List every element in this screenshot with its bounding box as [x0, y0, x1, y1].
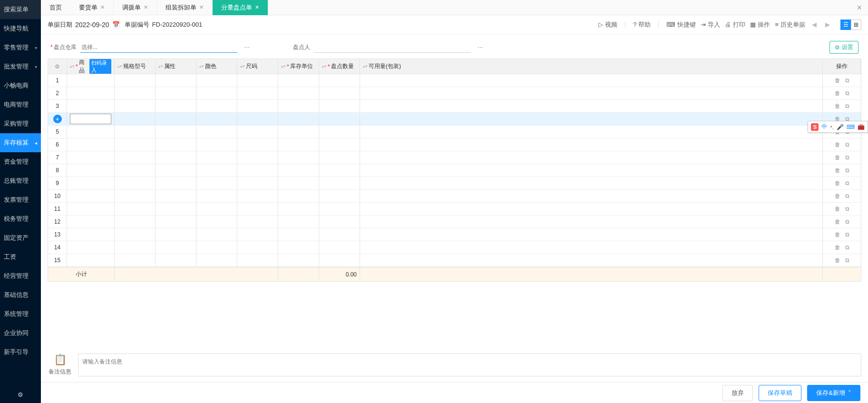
col-avail[interactable]: ▴▾可用量(包装): [360, 59, 823, 74]
col-product[interactable]: ▴▾*商品扫码录入: [67, 59, 115, 74]
table-row[interactable]: 11🗑⧉: [48, 203, 861, 216]
more-icon[interactable]: ⋯: [478, 44, 484, 51]
col-size[interactable]: ▴▾尺码: [237, 59, 278, 74]
col-gear[interactable]: ⚙: [48, 59, 67, 74]
view-list[interactable]: ☰: [840, 20, 851, 30]
table-row[interactable]: 7🗑⧉: [48, 151, 861, 164]
sidebar-item-ledger[interactable]: 总账管理: [0, 171, 41, 190]
add-row-button[interactable]: +: [53, 115, 62, 123]
table-row[interactable]: 6🗑⧉: [48, 138, 861, 151]
sidebar-item-purchase[interactable]: 采购管理: [0, 114, 41, 133]
tab-transfer[interactable]: 调拨单✕: [114, 0, 157, 15]
sidebar-item-system[interactable]: 系统管理: [0, 305, 41, 324]
sidebar-item-basicinfo[interactable]: 基础信息: [0, 285, 41, 305]
sidebar-item-inventory[interactable]: 库存核算◂: [0, 133, 41, 152]
sidebar-item-assets[interactable]: 固定资产: [0, 228, 41, 247]
copy-icon[interactable]: ⧉: [845, 103, 849, 109]
ime-mic-icon[interactable]: 🎤: [837, 124, 844, 130]
close-icon[interactable]: ✕: [144, 4, 148, 10]
person-input[interactable]: [314, 42, 471, 53]
close-icon[interactable]: ✕: [199, 4, 204, 10]
tab-request[interactable]: 要货单✕: [70, 0, 114, 15]
table-row[interactable]: 1🗑⧉: [48, 74, 861, 87]
sidebar-item-quicknav[interactable]: 快捷导航: [0, 19, 41, 38]
sidebar-item-wholesale[interactable]: 批发管理▾: [0, 57, 41, 76]
copy-icon[interactable]: ⧉: [845, 90, 849, 97]
ime-keyboard-icon[interactable]: ⌨: [847, 124, 855, 130]
copy-icon[interactable]: ⧉: [845, 206, 849, 212]
table-row[interactable]: 10🗑⧉: [48, 190, 861, 203]
delete-icon[interactable]: 🗑: [835, 103, 840, 109]
ime-toolbar[interactable]: S 中 •, 🎤 ⌨ 🧰: [808, 121, 868, 133]
copy-icon[interactable]: ⧉: [845, 154, 849, 161]
col-color[interactable]: ▴▾颜色: [196, 59, 237, 74]
sidebar-item-funds[interactable]: 资金管理: [0, 152, 41, 171]
delete-icon[interactable]: 🗑: [835, 90, 840, 97]
table-row[interactable]: +🗑⧉: [48, 113, 861, 126]
delete-icon[interactable]: 🗑: [835, 244, 840, 251]
sidebar-item-invoice[interactable]: 发票管理: [0, 190, 41, 209]
save-new-button[interactable]: 保存&新增˄: [807, 385, 860, 401]
delete-icon[interactable]: 🗑: [835, 218, 840, 225]
delete-icon[interactable]: 🗑: [835, 257, 840, 264]
sidebar-item-search-menu[interactable]: 搜索菜单: [0, 0, 41, 19]
tab-inventory-check[interactable]: 分量盘点单✕: [213, 0, 268, 15]
table-row[interactable]: 2🗑⧉: [48, 87, 861, 100]
sidebar-item-salary[interactable]: 工资: [0, 247, 41, 266]
table-row[interactable]: 15🗑⧉: [48, 254, 861, 267]
copy-icon[interactable]: ⧉: [845, 167, 849, 174]
print-link[interactable]: 🖨打印: [725, 20, 745, 29]
close-icon[interactable]: ✕: [255, 4, 259, 10]
delete-icon[interactable]: 🗑: [835, 141, 840, 148]
sidebar-item-collab[interactable]: 企业协同: [0, 324, 41, 343]
delete-icon[interactable]: 🗑: [835, 167, 840, 174]
calendar-icon[interactable]: 📅: [112, 21, 120, 28]
copy-icon[interactable]: ⧉: [845, 193, 849, 199]
scan-badge[interactable]: 扫码录入: [89, 59, 111, 74]
close-all-tabs[interactable]: ✕: [851, 4, 868, 11]
prev-arrow[interactable]: ◀: [810, 21, 819, 28]
table-row[interactable]: 9🗑⧉: [48, 177, 861, 190]
table-row[interactable]: 14🗑⧉: [48, 241, 861, 254]
copy-icon[interactable]: ⧉: [845, 244, 849, 251]
table-row[interactable]: 12🗑⧉: [48, 216, 861, 228]
col-spec[interactable]: ▴▾规格型号: [115, 59, 156, 74]
product-cell-input[interactable]: [70, 114, 111, 124]
ime-toolbox-icon[interactable]: 🧰: [858, 124, 865, 130]
settings-button[interactable]: ⚙设置: [829, 41, 858, 54]
video-link[interactable]: ▷视频: [598, 20, 617, 29]
remarks-input[interactable]: [78, 354, 861, 376]
more-icon[interactable]: ⋯: [244, 44, 250, 51]
sidebar-settings[interactable]: ⚙: [0, 386, 41, 403]
tab-home[interactable]: 首页: [41, 0, 70, 15]
table-row[interactable]: 8🗑⧉: [48, 164, 861, 177]
sidebar-item-xiaochang[interactable]: 小畅电商: [0, 76, 41, 95]
copy-icon[interactable]: ⧉: [845, 180, 849, 187]
delete-icon[interactable]: 🗑: [835, 154, 840, 161]
copy-icon[interactable]: ⧉: [845, 257, 849, 264]
ime-punct-icon[interactable]: •,: [830, 124, 834, 130]
copy-icon[interactable]: ⧉: [845, 77, 849, 84]
shortcut-link[interactable]: ⌨快捷键: [666, 20, 696, 29]
discard-button[interactable]: 放弃: [722, 385, 753, 401]
date-value[interactable]: 2022-09-20: [75, 21, 109, 29]
view-grid[interactable]: ⊞: [851, 20, 861, 30]
col-unit[interactable]: ▴▾*库存单位: [278, 59, 319, 74]
help-link[interactable]: ?帮助: [633, 20, 651, 29]
copy-icon[interactable]: ⧉: [845, 218, 849, 225]
operate-link[interactable]: ▦操作: [750, 20, 770, 29]
history-link[interactable]: ≡历史单据: [775, 20, 805, 29]
sidebar-item-retail[interactable]: 零售管理▾: [0, 38, 41, 57]
import-link[interactable]: ⇥导入: [701, 20, 720, 29]
delete-icon[interactable]: 🗑: [835, 206, 840, 212]
copy-icon[interactable]: ⧉: [845, 141, 849, 148]
copy-icon[interactable]: ⧉: [845, 231, 849, 238]
sidebar-item-guide[interactable]: 新手引导: [0, 343, 41, 362]
tab-assembly[interactable]: 组装拆卸单✕: [157, 0, 213, 15]
delete-icon[interactable]: 🗑: [835, 77, 840, 84]
sidebar-item-ecommerce[interactable]: 电商管理: [0, 95, 41, 114]
ime-lang[interactable]: 中: [821, 123, 827, 131]
table-row[interactable]: 5🗑⧉: [48, 126, 861, 138]
close-icon[interactable]: ✕: [100, 4, 105, 10]
col-attr[interactable]: ▴▾属性: [156, 59, 196, 74]
